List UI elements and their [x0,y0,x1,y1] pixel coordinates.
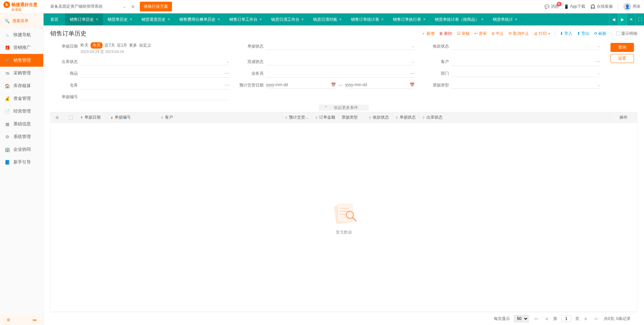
tab-close-all[interactable]: ✕ [627,13,635,25]
tab-scroll-right[interactable]: ▶ [618,13,627,25]
close-icon[interactable]: × [130,17,132,22]
tab-10[interactable]: 销货单统计× [488,13,522,25]
online-service-button[interactable]: 🎧 在线客服 [590,4,613,9]
page-number-input[interactable] [561,315,571,322]
tab-5[interactable]: 钱货日清工作台× [267,13,308,25]
gear-icon[interactable]: ⚙ [131,4,135,9]
delivery-date-from-input[interactable] [266,82,331,87]
close-icon[interactable]: × [301,17,304,22]
col-invoice-type[interactable]: 票据类型 [339,112,366,123]
close-icon[interactable]: × [218,17,220,22]
close-icon[interactable]: × [481,17,483,22]
collapse-filter-button[interactable]: ⌃ 收起更多条件 [54,104,634,112]
delivery-date-to[interactable]: 📅 [345,81,415,89]
date-opt-1[interactable]: 今天 [91,42,103,49]
finish-status-select[interactable]: ⌄ [266,58,415,65]
date-opt-2[interactable]: 近7天 [105,43,115,48]
logo[interactable]: b 畅捷通好生意 标准版 [3,1,44,12]
search-menu[interactable]: 🔍 搜索菜单 [0,16,43,26]
tab-scroll-left[interactable]: ◀ [609,13,618,25]
tab-9[interactable]: 销货单统计表（按商品）× [430,13,488,25]
sidebar-item-4[interactable]: 🏠库存核算 [0,79,43,92]
select-all-column[interactable] [64,112,77,123]
industry-plan-button[interactable]: 体验行业方案 [140,2,172,11]
col-doc-no[interactable]: ▲▼单据编号 [108,112,158,123]
tab-0[interactable]: 销售订单历史× [65,13,103,25]
prev-page-button[interactable]: ◀ [543,316,549,321]
close-icon[interactable]: × [515,17,517,22]
close-icon[interactable]: × [423,17,425,22]
out-status-select[interactable]: ⌄ [80,58,229,65]
warehouse-picker[interactable]: ⋯ [80,81,229,89]
date-opt-4[interactable]: 更多 [129,43,137,48]
settings-icon[interactable]: ⚙ [7,318,10,322]
close-icon[interactable]: × [96,17,98,22]
tab-home[interactable]: 首页 [44,13,65,25]
sidebar-item-1[interactable]: 🎁营销推广 [0,41,43,54]
print-button[interactable]: 🖨打印▾ [534,31,550,37]
product-picker[interactable]: ⋯ [80,69,229,78]
messages-button[interactable]: 💬 消息 6 [544,4,559,9]
tab-4[interactable]: 销售订单工作台× [225,13,267,25]
sidebar-item-7[interactable]: ▦基础信息 [0,118,43,130]
col-customer[interactable]: ▲▼客户 [158,112,282,123]
stop-button[interactable]: ⊘中止 [491,31,504,37]
tab-fullscreen[interactable]: ⛶ [635,13,644,25]
date-opt-3[interactable]: 近1月 [117,43,127,48]
date-opt-5[interactable]: 自定义 [139,43,151,48]
delivery-date-from[interactable]: 📅 [266,81,336,89]
abandon-button[interactable]: ↩弃审 [474,31,487,37]
col-doc-date[interactable]: ▲▼单据日期 [77,112,108,123]
next-page-button[interactable]: ▶ [583,316,589,321]
invoice-type-select[interactable]: ⌄ [452,81,600,89]
dept-select[interactable]: ⌄ [452,69,600,77]
sidebar-item-10[interactable]: 📘新手引导 [0,156,43,169]
table-settings-column[interactable]: ⚙ [51,112,64,123]
import-button[interactable]: ⬇导入 [560,31,572,37]
page-size-select[interactable]: 50 [514,315,529,322]
col-amount[interactable]: ▲▼订单金额 [312,112,339,123]
col-doc-status[interactable]: ▲▼单据状态 [393,112,419,123]
sidebar-item-6[interactable]: 📄经营管理 [0,105,43,118]
close-icon[interactable]: × [259,17,262,22]
tab-2[interactable]: 销货退货历史× [137,13,175,25]
doc-status-select[interactable]: ⌄ [266,42,415,50]
sidebar-item-0[interactable]: ⌂快捷导航 [0,28,43,41]
customer-picker[interactable]: ⋯ [452,58,600,66]
close-icon[interactable]: × [381,17,384,22]
collapse-sidebar-icon[interactable]: ⏮ [33,318,37,322]
app-download-button[interactable]: 📱 App下载 [564,4,585,9]
salesman-picker[interactable]: ⋯ [266,69,415,78]
sidebar-item-2[interactable]: 🛒销售管理 [0,54,43,67]
query-button[interactable]: 查询 [610,43,634,52]
first-page-button[interactable]: ⏮ [533,316,539,321]
sidebar-item-8[interactable]: ⚙系统管理 [0,130,43,143]
tab-1[interactable]: 销货单历史× [103,13,137,25]
pay-status-select[interactable]: ⌄ [452,42,600,50]
col-pay-status[interactable]: ▲▼收款状态 [366,112,393,123]
tab-8[interactable]: 销售订单执行表× [388,13,430,25]
tab-6[interactable]: 钱货日清对账× [308,13,346,25]
col-out-status[interactable]: ▲▼出库状态 [419,112,610,123]
date-opt-0[interactable]: 昨天 [80,43,89,48]
last-page-button[interactable]: ⏭ [593,316,600,321]
show-detail-toggle[interactable]: 显示明细 [616,31,637,37]
audit-button[interactable]: ☑审核 [457,31,470,37]
system-selector[interactable]: 装备及固定资产辅助管理系统 ⌄ [50,4,126,9]
sidebar-item-5[interactable]: 💰资金管理 [0,92,43,105]
close-icon[interactable]: × [168,17,170,22]
export-button[interactable]: ⬆导出 [577,31,589,37]
delete-button[interactable]: 🗑删除 [439,31,452,37]
user-menu[interactable]: 👤 用友 [623,3,641,11]
tab-7[interactable]: 销售订单统计表× [346,13,388,25]
sidebar-item-9[interactable]: 🏢企业协同 [0,143,43,156]
add-button[interactable]: ＋新增 [421,31,434,37]
filter-settings-button[interactable]: 设置 [610,54,634,63]
col-delivery[interactable]: ▲▼预计交货... [282,112,312,123]
doc-no-input[interactable] [80,93,229,100]
sidebar-item-3[interactable]: 🛍采购管理 [0,67,43,79]
delivery-date-to-input[interactable] [345,82,410,87]
tab-3[interactable]: 销售费用分摊单历史× [175,13,225,25]
close-icon[interactable]: × [339,17,342,22]
unstop-button[interactable]: ⟳取消中止 [509,31,529,37]
